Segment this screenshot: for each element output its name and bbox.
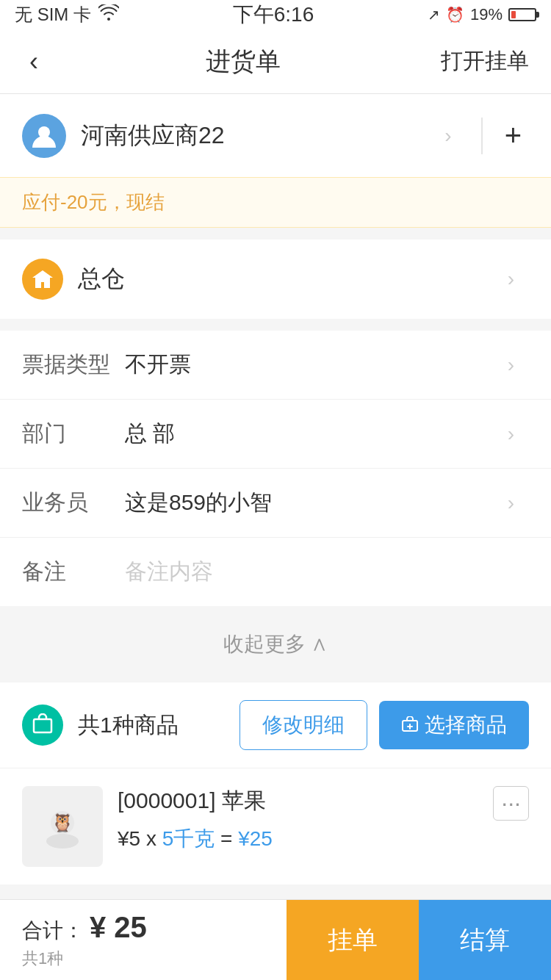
sales-chevron-icon: ›: [508, 491, 514, 515]
product-header: 共1种商品 修改明细 选择商品: [0, 682, 551, 768]
status-right: ↗ ⏰ 19%: [428, 5, 536, 24]
invoice-row[interactable]: 票据类型 不开票 ›: [0, 331, 551, 400]
supplier-chevron-icon: ›: [444, 124, 451, 148]
form-section: 票据类型 不开票 › 部门 总 部 › 业务员 这是859的小智 › 备注 备注…: [0, 331, 551, 606]
svg-rect-1: [34, 719, 51, 732]
back-button[interactable]: ‹: [22, 39, 46, 84]
home-icon: [31, 267, 54, 291]
remark-row[interactable]: 备注 备注内容: [0, 538, 551, 606]
warehouse-chevron-icon: ›: [508, 267, 514, 291]
product-count-label: 共1种商品: [78, 710, 240, 741]
footer: 合计： ¥ 25 共1种 挂单 结算: [0, 899, 551, 980]
carrier-label: 无 SIM 卡: [15, 3, 91, 26]
supplier-avatar: [22, 114, 66, 158]
product-thumbnail-icon: 🦉: [37, 801, 88, 852]
product-icon: [22, 705, 63, 746]
warehouse-name: 总仓: [78, 263, 508, 295]
invoice-chevron-icon: ›: [508, 353, 514, 377]
sales-row[interactable]: 业务员 这是859的小智 ›: [0, 469, 551, 538]
supplier-notice: 应付-20元，现结: [0, 177, 551, 228]
dept-value: 总 部: [125, 419, 508, 449]
multiply-icon: x: [146, 827, 162, 850]
checkout-button[interactable]: 结算: [419, 900, 551, 980]
equals-icon: =: [220, 827, 238, 850]
add-supplier-button[interactable]: +: [497, 112, 529, 159]
product-unit-price: ¥5: [118, 827, 140, 850]
edit-detail-button[interactable]: 修改明细: [240, 700, 367, 750]
supplier-divider: [481, 118, 483, 154]
person-icon: [31, 123, 57, 149]
location-icon: ↗: [428, 6, 440, 24]
product-title-name: 苹果: [222, 788, 266, 813]
open-pending-button[interactable]: 打开挂单: [441, 46, 529, 76]
invoice-label: 票据类型: [22, 350, 110, 380]
remark-placeholder: 备注内容: [125, 557, 529, 587]
page-title: 进货单: [206, 45, 281, 79]
product-thumbnail: 🦉: [22, 786, 103, 867]
footer-total: 合计： ¥ 25 共1种: [0, 900, 287, 980]
warehouse-icon: [22, 259, 63, 300]
collapse-bar[interactable]: 收起更多 ∧: [0, 618, 551, 671]
status-time: 下午6:16: [233, 1, 314, 29]
alarm-icon: ⏰: [446, 6, 464, 24]
remark-label: 备注: [22, 557, 110, 587]
supplier-row[interactable]: 河南供应商22 › +: [0, 94, 551, 177]
sales-value: 这是859的小智: [125, 488, 508, 518]
product-code: [0000001]: [118, 788, 215, 813]
invoice-value: 不开票: [125, 350, 508, 380]
svg-text:🦉: 🦉: [51, 812, 73, 833]
select-product-button[interactable]: 选择商品: [379, 701, 529, 749]
select-product-label: 选择商品: [425, 711, 507, 739]
cart-icon: [31, 713, 54, 737]
sales-label: 业务员: [22, 488, 110, 518]
product-info: [0000001] 苹果 ¥5 x 5千克 = ¥25: [118, 786, 478, 853]
battery-icon: [508, 8, 536, 21]
product-item: 🦉 [0000001] 苹果 ¥5 x 5千克 = ¥25 ···: [0, 768, 551, 884]
product-quantity: 5千克: [162, 827, 215, 850]
cart-add-icon: [401, 716, 419, 734]
product-total: ¥25: [238, 827, 273, 850]
total-sub: 共1种: [22, 948, 264, 970]
wifi-icon: [98, 4, 119, 25]
dept-chevron-icon: ›: [508, 422, 514, 446]
product-section: 共1种商品 修改明细 选择商品 🦉 [0000001] 苹果: [0, 682, 551, 884]
product-name: [0000001] 苹果: [118, 786, 478, 816]
battery-percent: 19%: [470, 5, 503, 24]
supplier-section: 河南供应商22 › + 应付-20元，现结: [0, 94, 551, 228]
warehouse-row[interactable]: 总仓 ›: [0, 239, 551, 319]
product-price: ¥5 x 5千克 = ¥25: [118, 825, 478, 853]
supplier-name: 河南供应商22: [81, 120, 444, 152]
dept-label: 部门: [22, 419, 110, 449]
product-more-button[interactable]: ···: [493, 786, 529, 821]
total-amount: ¥ 25: [90, 911, 147, 944]
status-left: 无 SIM 卡: [15, 3, 119, 26]
warehouse-section: 总仓 ›: [0, 239, 551, 319]
dept-row[interactable]: 部门 总 部 ›: [0, 400, 551, 469]
nav-bar: ‹ 进货单 打开挂单: [0, 29, 551, 94]
hold-button[interactable]: 挂单: [287, 900, 419, 980]
total-label: 合计：: [22, 917, 84, 945]
svg-point-4: [46, 834, 79, 849]
status-bar: 无 SIM 卡 下午6:16 ↗ ⏰ 19%: [0, 0, 551, 29]
